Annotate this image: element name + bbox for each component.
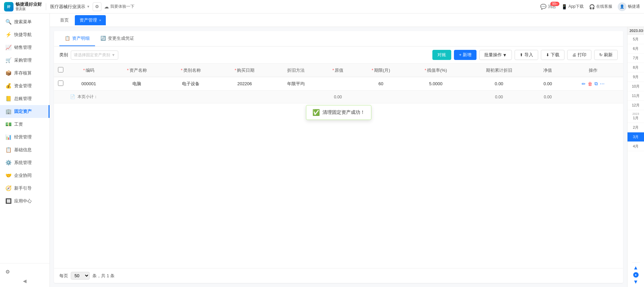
sidebar-item-operations[interactable]: 📊 经营管理 bbox=[0, 131, 50, 144]
sidebar-item-payroll[interactable]: 💵 工资 bbox=[0, 118, 50, 131]
calendar-month-5[interactable]: 10月 bbox=[627, 82, 644, 91]
top-divider bbox=[46, 3, 46, 10]
sidebar-icon-inventory: 📦 bbox=[5, 70, 11, 76]
online-service-btn[interactable]: 🎧 在线客服 bbox=[589, 4, 612, 9]
calendar-header: 2023.03 × ⤢ bbox=[627, 27, 644, 35]
calendar-month-7[interactable]: 12月 bbox=[627, 101, 644, 110]
cal-month-label: 6月 bbox=[633, 46, 639, 51]
sidebar-item-enterprise[interactable]: 🤝 企业协同 bbox=[0, 169, 50, 182]
more-btn[interactable]: ⋯ bbox=[600, 81, 605, 87]
experience-btn[interactable]: ☁ 我要体验一下 bbox=[104, 4, 134, 9]
subtotal-empty-1 bbox=[54, 91, 67, 103]
sidebar-item-funds[interactable]: 💰 资金管理 bbox=[0, 79, 50, 92]
company-dropdown-arrow: ▼ bbox=[87, 5, 90, 8]
company-selector[interactable]: 医疗器械行业演示 ▼ bbox=[50, 4, 90, 10]
sub-tab-change-voucher[interactable]: 🔄 变更生成凭证 bbox=[95, 31, 140, 46]
calendar-month-8[interactable]: 20231月 bbox=[627, 110, 644, 123]
app-download-btn[interactable]: 📱 App下载 bbox=[561, 4, 584, 9]
sidebar-item-apps[interactable]: 🔲 应用中心 bbox=[0, 195, 50, 208]
calendar-month-1[interactable]: 6月 bbox=[627, 44, 644, 54]
th-checkbox bbox=[54, 64, 67, 77]
th-net-value: 净值 bbox=[533, 64, 563, 77]
import-btn[interactable]: ⬆ 导入 bbox=[515, 50, 538, 60]
sidebar-item-purchase[interactable]: 🛒 采购管理 bbox=[0, 54, 50, 67]
calendar-year: 2023.03 bbox=[630, 29, 643, 33]
sidebar-item-inventory[interactable]: 📦 库存核算 bbox=[0, 67, 50, 79]
row-checkbox[interactable] bbox=[58, 81, 63, 86]
filter-select-category[interactable]: 请选择固定资产类别 ▼ bbox=[71, 51, 118, 60]
calendar-month-11[interactable]: 4月 bbox=[627, 142, 644, 151]
edit-btn[interactable]: ✏ bbox=[582, 81, 586, 87]
th-code: *编码 bbox=[67, 64, 110, 77]
subtotal-empty-3 bbox=[406, 91, 465, 103]
print-btn[interactable]: 🖨 打印 bbox=[567, 50, 591, 60]
sidebar-label-fixed-assets: 固定资产 bbox=[14, 108, 32, 115]
sidebar: 🔍 搜索菜单 ⚡ 快捷导航 📈 销售管理 🛒 采购管理 📦 库存核算 💰 资金管… bbox=[0, 13, 50, 287]
sidebar-icon-apps: 🔲 bbox=[5, 198, 11, 204]
app-logo: 好 畅捷通好业财 普及版 bbox=[4, 2, 42, 12]
page-content: 📋 资产明细 🔄 变更生成凭证 类别 请选择固定资产类别 ▼ bbox=[50, 27, 644, 287]
message-btn[interactable]: 💬 消息 99+ bbox=[540, 4, 556, 10]
experience-label: 我要体验一下 bbox=[110, 4, 134, 9]
calendar-month-4[interactable]: 9月 bbox=[627, 72, 644, 82]
tab-asset-label: 资产管理 bbox=[80, 17, 97, 23]
refresh-btn[interactable]: ↻ 刷新 bbox=[594, 50, 618, 60]
sub-tab-asset-detail[interactable]: 📋 资产明细 bbox=[59, 31, 95, 46]
new-btn[interactable]: + 新增 bbox=[454, 50, 477, 60]
page-inner: 📋 资产明细 🔄 变更生成凭证 类别 请选择固定资产类别 ▼ bbox=[50, 27, 644, 287]
sidebar-item-guide[interactable]: 🧭 新手引导 bbox=[0, 182, 50, 195]
row-purchase-date: 202206 bbox=[218, 77, 272, 91]
sidebar-label-sales: 销售管理 bbox=[14, 44, 32, 51]
message-badge: 99+ bbox=[550, 2, 559, 6]
sidebar-item-quick-nav[interactable]: ⚡ 快捷导航 bbox=[0, 28, 50, 41]
row-actions: ✏ 🗑 ⧉ ⋯ bbox=[563, 77, 623, 91]
top-center: 医疗器械行业演示 ▼ ⚙ ☁ 我要体验一下 bbox=[50, 2, 540, 11]
table-container: *编码 *资产名称 *类别名称 *购买日期 折旧方法 *原值 *期限(月) *残… bbox=[54, 64, 623, 268]
sidebar-settings-btn[interactable]: ⚙ bbox=[0, 266, 50, 278]
sidebar-label-system: 系统管理 bbox=[14, 160, 32, 166]
calendar-month-0[interactable]: 5月 bbox=[627, 35, 644, 44]
sidebar-item-fixed-assets[interactable]: 🏢 固定资产 bbox=[0, 105, 50, 118]
row-checkbox-cell bbox=[54, 77, 67, 91]
sidebar-collapse-btn[interactable]: ◀ bbox=[0, 278, 50, 284]
select-all-checkbox[interactable] bbox=[58, 67, 63, 72]
calendar-down-btn[interactable]: ▼ bbox=[633, 279, 639, 285]
cal-month-label: 3月 bbox=[633, 134, 639, 139]
calendar-month-6[interactable]: 11月 bbox=[627, 91, 644, 101]
th-category: *类别名称 bbox=[164, 64, 218, 77]
change-voucher-icon: 🔄 bbox=[100, 36, 106, 41]
calendar-month-2[interactable]: 7月 bbox=[627, 54, 644, 63]
row-category: 电子设备 bbox=[164, 77, 218, 91]
filter-placeholder: 请选择固定资产类别 bbox=[74, 52, 110, 58]
user-avatar-btn[interactable]: 👤 畅捷通 bbox=[618, 2, 640, 11]
sidebar-item-system[interactable]: ⚙️ 系统管理 bbox=[0, 156, 50, 169]
subtotal-empty-4 bbox=[563, 91, 623, 103]
main-panel: 📋 资产明细 🔄 变更生成凭证 类别 请选择固定资产类别 ▼ bbox=[54, 31, 623, 283]
tab-home[interactable]: 首页 bbox=[55, 15, 73, 25]
batch-btn[interactable]: 批量操作 ▼ bbox=[479, 50, 512, 60]
import-label: 导入 bbox=[524, 52, 533, 58]
copy-btn[interactable]: ⧉ bbox=[594, 81, 598, 87]
tab-asset-management[interactable]: 资产管理 × bbox=[75, 15, 106, 25]
calendar-dot-btn[interactable]: ● bbox=[633, 272, 639, 278]
settings-btn[interactable]: ⚙ bbox=[93, 2, 101, 11]
per-page-select[interactable]: 50 100 200 bbox=[71, 272, 90, 280]
calendar-month-3[interactable]: 8月 bbox=[627, 63, 644, 72]
calendar-month-10[interactable]: 3月 bbox=[627, 132, 644, 142]
subtotal-label-cell: 📄 本页小计： bbox=[67, 91, 320, 103]
sidebar-label-payroll: 工资 bbox=[14, 121, 23, 127]
calendar-month-9[interactable]: 2月 bbox=[627, 123, 644, 132]
table-row: 000001 电脑 电子设备 202206 年限平均 60 5.0000 0.0… bbox=[54, 77, 623, 91]
subtotal-initial: 0.00 bbox=[465, 91, 533, 103]
total-label: 条，共 1 条 bbox=[92, 273, 115, 279]
sidebar-item-basic-info[interactable]: 📋 基础信息 bbox=[0, 144, 50, 156]
sidebar-item-ledger[interactable]: 📒 总账管理 bbox=[0, 92, 50, 105]
sidebar-item-search[interactable]: 🔍 搜索菜单 bbox=[0, 15, 50, 28]
sidebar-item-sales[interactable]: 📈 销售管理 bbox=[0, 41, 50, 54]
action-buttons: ✏ 🗑 ⧉ ⋯ bbox=[565, 81, 620, 87]
tab-close-icon[interactable]: × bbox=[99, 18, 101, 22]
download-btn[interactable]: ⬇ 下载 bbox=[541, 50, 564, 60]
reconcile-btn[interactable]: 对账 bbox=[432, 50, 451, 60]
delete-btn[interactable]: 🗑 bbox=[588, 81, 592, 87]
calendar-up-btn[interactable]: ▲ bbox=[633, 265, 639, 271]
